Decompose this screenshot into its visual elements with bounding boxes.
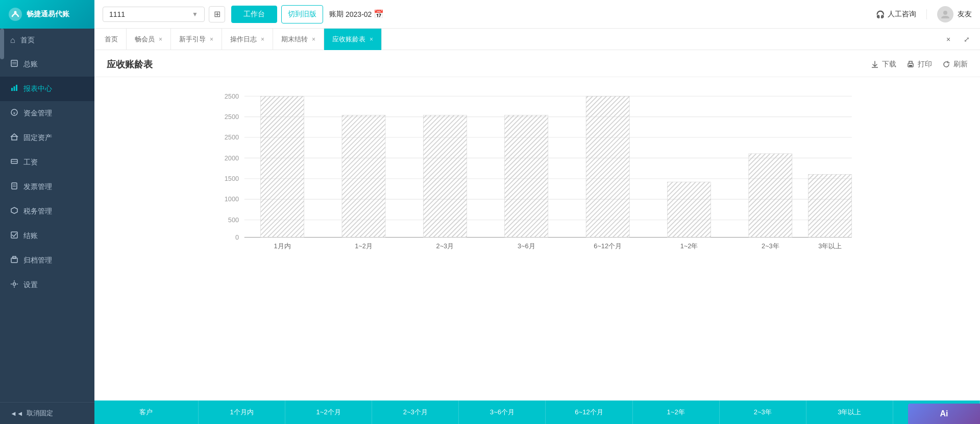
svg-text:2~3月: 2~3月: [436, 242, 454, 250]
sidebar-item-label: 资金管理: [23, 109, 52, 118]
footer-col-2-3m: 2~3个月: [372, 401, 459, 424]
company-name: 1111: [109, 10, 188, 18]
svg-text:1000: 1000: [225, 195, 239, 203]
tab-guide[interactable]: 新手引导 ×: [171, 29, 222, 50]
tab-close-icon[interactable]: ×: [370, 36, 373, 42]
svg-rect-23: [909, 65, 912, 66]
sidebar-item-label: 归档管理: [23, 256, 52, 265]
svg-rect-47: [505, 115, 548, 237]
consult-button[interactable]: 🎧 人工咨询: [876, 10, 916, 19]
tab-close-icon[interactable]: ×: [159, 36, 162, 42]
svg-text:1500: 1500: [225, 175, 239, 182]
cancel-fixed-button[interactable]: ◄◄ 取消固定: [0, 402, 94, 424]
tab-close-icon[interactable]: ×: [312, 36, 315, 42]
footer-cell-label: 1~2个月: [316, 408, 341, 417]
period-label-text: 账期: [329, 10, 344, 19]
svg-rect-49: [586, 96, 629, 237]
print-button[interactable]: 打印: [906, 60, 932, 69]
footer-col-3y-plus: 3年以上: [806, 401, 893, 424]
tab-label: 期末结转: [281, 35, 308, 44]
ai-badge[interactable]: Ai: [908, 404, 980, 424]
settings-icon: [10, 280, 18, 290]
svg-text:500: 500: [228, 216, 239, 224]
svg-text:1~2年: 1~2年: [680, 242, 698, 250]
logo-area: 畅捷通易代账: [0, 0, 94, 29]
chart-container: 2500 2500 2500 2000 1500 1000 500 0: [94, 77, 980, 267]
svg-rect-14: [12, 183, 17, 189]
bar-chart: 2500 2500 2500 2000 1500 1000 500 0: [107, 85, 968, 259]
expand-button[interactable]: ⤢: [960, 32, 974, 46]
svg-text:2~3年: 2~3年: [762, 242, 779, 250]
header-right: 🎧 人工咨询 友友: [876, 6, 972, 22]
svg-text:¥: ¥: [13, 111, 16, 115]
tab-aging[interactable]: 应收账龄表 ×: [324, 29, 382, 50]
close-all-tabs-button[interactable]: ×: [941, 32, 955, 46]
tab-label: 畅会员: [135, 35, 155, 44]
refresh-button[interactable]: 刷新: [942, 60, 968, 69]
svg-rect-41: [261, 96, 304, 237]
sidebar-item-asset[interactable]: 固定资产: [0, 126, 94, 150]
sidebar: ⌂ 首页 总账: [0, 29, 94, 424]
svg-rect-11: [12, 136, 17, 140]
archive-icon: [10, 255, 18, 266]
report-icon: [10, 84, 18, 94]
ai-badge-label: Ai: [940, 409, 948, 418]
copy-button[interactable]: ⊞: [209, 6, 225, 22]
sidebar-item-settings[interactable]: 设置: [0, 273, 94, 297]
switch-version-button[interactable]: 切到旧版: [281, 5, 323, 23]
page-title: 应收账龄表: [107, 58, 153, 70]
sidebar-item-label: 固定资产: [23, 133, 52, 143]
sidebar-item-checkout[interactable]: 结账: [0, 224, 94, 248]
tab-label: 操作日志: [230, 35, 257, 44]
tab-period-end[interactable]: 期末结转 ×: [273, 29, 324, 50]
tab-close-icon[interactable]: ×: [210, 36, 213, 42]
company-selector[interactable]: 1111 ▼: [103, 7, 205, 22]
tab-actions: × ⤢: [941, 32, 974, 46]
svg-rect-7: [14, 86, 15, 91]
workbench-button[interactable]: 工作台: [231, 6, 277, 23]
asset-icon: [10, 133, 18, 143]
footer-col-3-6m: 3~6个月: [459, 401, 546, 424]
page-header: 应收账龄表 下载: [94, 50, 980, 77]
sidebar-item-archive[interactable]: 归档管理: [0, 248, 94, 273]
sidebar-item-label: 首页: [20, 36, 35, 45]
sidebar-item-ledger[interactable]: 总账: [0, 52, 94, 77]
sidebar-item-label: 工资: [23, 158, 38, 167]
sidebar-item-salary[interactable]: 工资: [0, 150, 94, 175]
table-footer: 客户 1个月内 1~2个月 2~3个月 3~6个月 6~12个月 1~2年 2~…: [94, 401, 980, 424]
tab-member[interactable]: 畅会员 ×: [127, 29, 171, 50]
headset-icon: 🎧: [876, 10, 885, 18]
svg-text:3~6月: 3~6月: [518, 242, 535, 250]
sidebar-item-label: 结账: [23, 231, 38, 241]
footer-cell-label: 2~3个月: [403, 408, 428, 417]
svg-rect-19: [13, 256, 16, 258]
footer-col-6-12m: 6~12个月: [546, 401, 632, 424]
footer-col-2-3y: 2~3年: [720, 401, 806, 424]
download-button[interactable]: 下载: [871, 60, 896, 69]
tab-oplog[interactable]: 操作日志 ×: [222, 29, 273, 50]
footer-cell-label: 2~3年: [754, 408, 772, 417]
sidebar-item-fund[interactable]: ¥ 资金管理: [0, 101, 94, 126]
svg-rect-43: [342, 115, 385, 237]
sidebar-item-invoice[interactable]: 发票管理: [0, 175, 94, 199]
sidebar-item-report[interactable]: 报表中心: [0, 77, 94, 101]
tab-home[interactable]: 首页: [101, 29, 127, 50]
page-content: 应收账龄表 下载: [94, 50, 980, 424]
logo-icon: [8, 7, 22, 21]
sidebar-item-tax[interactable]: 税务管理: [0, 199, 94, 224]
svg-rect-51: [668, 182, 711, 237]
tab-close-icon[interactable]: ×: [261, 36, 264, 42]
user-avatar: [937, 6, 953, 22]
svg-point-2: [943, 11, 947, 15]
page-actions: 下载 打印: [871, 60, 968, 69]
svg-rect-8: [16, 85, 17, 91]
user-area[interactable]: 友友: [937, 6, 972, 22]
svg-text:2500: 2500: [225, 113, 239, 121]
divider: [926, 9, 927, 19]
fund-icon: ¥: [10, 108, 18, 119]
calendar-icon[interactable]: 📅: [374, 9, 384, 19]
sidebar-item-home[interactable]: ⌂ 首页: [0, 29, 94, 52]
sidebar-item-label: 发票管理: [23, 182, 52, 192]
footer-col-1m: 1个月内: [199, 401, 285, 424]
svg-rect-3: [11, 60, 17, 66]
